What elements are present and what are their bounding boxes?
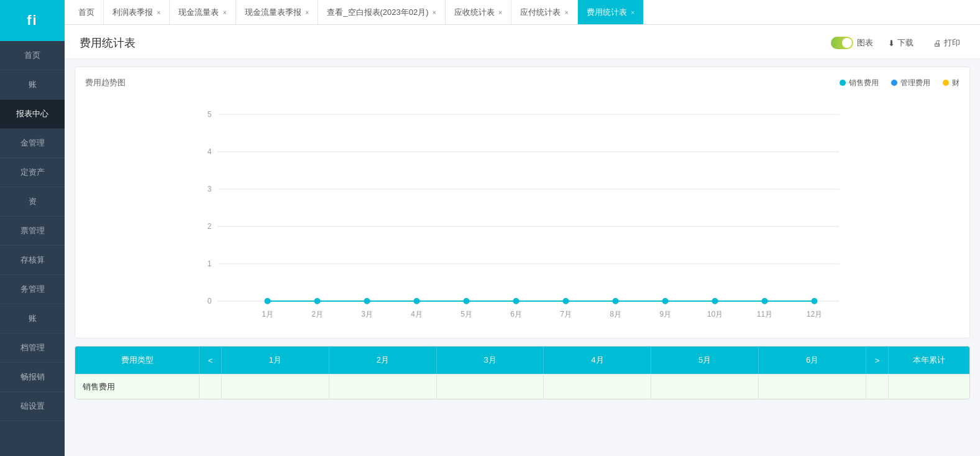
legend-dot-finance: [943, 80, 949, 86]
svg-point-34: [762, 298, 768, 304]
sidebar: fi 首页 账 报表中心 金管理 定资产 资 票管理 存核算 务管理 账 档管理…: [0, 0, 65, 456]
sidebar-item-report-center[interactable]: 报表中心: [0, 100, 65, 129]
chart-toggle[interactable]: [831, 37, 853, 49]
tab-close-expense[interactable]: ×: [631, 9, 634, 16]
td-type: 销售费用: [75, 375, 199, 399]
svg-text:4: 4: [208, 147, 212, 156]
chart-toggle-label: 图表: [857, 37, 873, 49]
td-m5: [651, 375, 759, 399]
tab-close-profit-quarterly[interactable]: ×: [157, 9, 160, 16]
td-m2: [329, 375, 437, 399]
sidebar-item-ledger[interactable]: 账: [0, 304, 65, 333]
chart-container: 费用趋势图 销售费用 管理费用 财: [75, 67, 970, 338]
svg-text:1月: 1月: [262, 310, 273, 319]
sidebar-item-inventory[interactable]: 存核算: [0, 246, 65, 275]
sidebar-item-loan[interactable]: 资: [0, 187, 65, 216]
legend-label-finance: 财: [952, 78, 959, 88]
tab-cashflow-quarterly[interactable]: 现金流量表季报 ×: [236, 0, 318, 25]
svg-text:2月: 2月: [311, 310, 323, 319]
download-icon: ⬇: [888, 39, 895, 48]
chart-legend: 销售费用 管理费用 财: [840, 78, 959, 88]
table-header: 费用类型 < 1月 2月 3月 4月 5月: [75, 347, 969, 374]
svg-point-29: [513, 298, 520, 304]
tab-expense[interactable]: 费用统计表 ×: [578, 0, 644, 25]
main-area: 首页 利润表季报 × 现金流量表 × 现金流量表季报 × 查看_空白报表(202…: [65, 0, 980, 456]
chart-svg: 5 4 3 2 1 0 1月 2月 3月 4月 5月 6月 7月 8月 9月: [85, 96, 959, 326]
chart-toggle-wrap[interactable]: 图表: [831, 37, 873, 49]
svg-point-33: [712, 298, 718, 304]
chart-title: 费用趋势图: [85, 77, 126, 88]
svg-text:5: 5: [208, 110, 212, 119]
page-title: 费用统计表: [80, 35, 135, 50]
svg-point-24: [265, 298, 271, 304]
legend-finance: 财: [943, 78, 959, 88]
legend-label-sales: 销售费用: [849, 78, 879, 88]
legend-dot-admin: [891, 80, 897, 86]
chart-svg-wrap: 5 4 3 2 1 0 1月 2月 3月 4月 5月 6月 7月 8月 9月: [85, 96, 959, 328]
svg-text:5月: 5月: [460, 310, 472, 319]
download-label: 下载: [897, 37, 914, 49]
td-nav-prev-spacer: [199, 375, 222, 399]
td-nav-next-spacer: [866, 375, 889, 399]
table-row: 销售费用: [75, 374, 969, 399]
svg-point-31: [613, 298, 619, 304]
svg-text:1: 1: [208, 259, 212, 268]
svg-text:7月: 7月: [560, 310, 572, 319]
tab-close-cashflow-quarterly[interactable]: ×: [305, 9, 309, 16]
sidebar-item-expense-report[interactable]: 畅报销: [0, 363, 65, 392]
sidebar-item-invoice[interactable]: 票管理: [0, 216, 65, 246]
svg-point-32: [662, 298, 669, 304]
print-label: 打印: [944, 37, 960, 49]
legend-label-admin: 管理费用: [900, 78, 930, 88]
th-type: 费用类型: [75, 347, 199, 374]
svg-point-26: [364, 298, 370, 304]
th-m6: 6月: [759, 347, 866, 374]
sidebar-item-account[interactable]: 账: [0, 70, 65, 100]
th-m5: 5月: [651, 347, 759, 374]
sidebar-logo: fi: [0, 0, 65, 41]
page-header: 费用统计表 图表 ⬇ 下载 🖨 打印: [65, 25, 980, 59]
tab-bar: 首页 利润表季报 × 现金流量表 × 现金流量表季报 × 查看_空白报表(202…: [65, 0, 980, 25]
svg-text:10月: 10月: [707, 310, 723, 319]
legend-sales: 销售费用: [840, 78, 879, 88]
svg-text:9月: 9月: [659, 310, 671, 319]
tab-payable[interactable]: 应付统计表 ×: [511, 0, 577, 25]
sidebar-item-settings[interactable]: 础设置: [0, 392, 65, 421]
td-m6: [759, 375, 866, 399]
header-actions: 图表 ⬇ 下载 🖨 打印: [831, 35, 965, 51]
download-button[interactable]: ⬇ 下载: [883, 35, 918, 51]
tab-close-receivable[interactable]: ×: [498, 9, 502, 16]
chart-header: 费用趋势图 销售费用 管理费用 财: [85, 77, 959, 88]
tab-cashflow[interactable]: 现金流量表 ×: [170, 0, 236, 25]
legend-admin: 管理费用: [891, 78, 930, 88]
svg-point-28: [464, 298, 470, 304]
td-m4: [544, 375, 651, 399]
td-m3: [437, 375, 544, 399]
svg-text:3月: 3月: [361, 310, 373, 319]
content-area: 费用统计表 图表 ⬇ 下载 🖨 打印 费用趋势图: [65, 25, 980, 456]
th-nav-next[interactable]: >: [866, 347, 889, 374]
svg-text:12月: 12月: [807, 310, 822, 319]
tab-receivable[interactable]: 应收统计表 ×: [446, 0, 511, 25]
print-button[interactable]: 🖨 打印: [928, 35, 965, 51]
sidebar-item-fixed-asset[interactable]: 定资产: [0, 158, 65, 187]
tab-blank-report[interactable]: 查看_空白报表(2023年02月) ×: [318, 0, 446, 25]
sidebar-item-service[interactable]: 务管理: [0, 275, 65, 304]
svg-point-25: [314, 298, 321, 304]
tab-close-blank-report[interactable]: ×: [433, 9, 436, 16]
sidebar-item-archive[interactable]: 档管理: [0, 333, 65, 363]
tab-close-payable[interactable]: ×: [564, 9, 568, 16]
svg-text:6月: 6月: [510, 310, 522, 319]
td-ytd: [889, 375, 969, 399]
sidebar-item-home[interactable]: 首页: [0, 41, 65, 70]
th-m2: 2月: [329, 347, 437, 374]
th-m3: 3月: [437, 347, 544, 374]
tab-close-cashflow[interactable]: ×: [222, 9, 226, 16]
th-nav-prev[interactable]: <: [199, 347, 222, 374]
svg-text:4月: 4月: [411, 310, 423, 319]
svg-text:2: 2: [208, 222, 212, 231]
tab-profit-quarterly[interactable]: 利润表季报 ×: [104, 0, 170, 25]
sidebar-item-fund[interactable]: 金管理: [0, 129, 65, 158]
td-m1: [222, 375, 329, 399]
tab-home[interactable]: 首页: [70, 0, 104, 25]
